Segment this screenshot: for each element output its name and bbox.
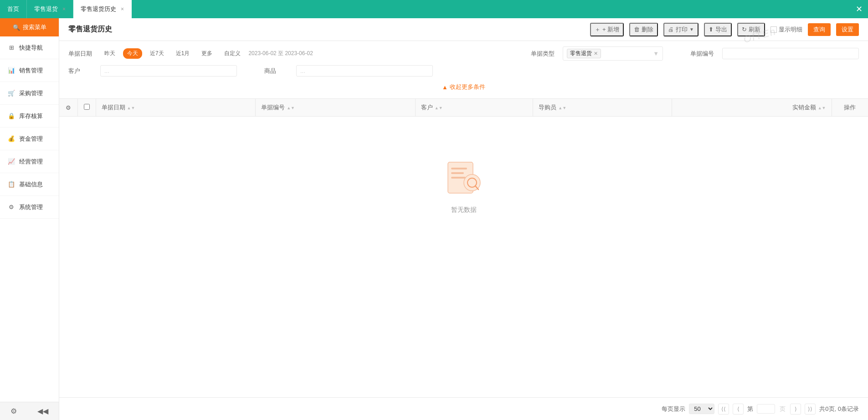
customer-sort-icon: ▲▼ (435, 106, 443, 110)
print-dropdown-icon: ▼ (689, 27, 694, 32)
prev-page-button[interactable]: ⟨ (733, 404, 744, 415)
customer-filter-select[interactable]: ... (100, 65, 237, 77)
collapse-button[interactable]: ▲ 收起更多条件 (442, 81, 485, 93)
filter-row-customer: 客户 ... 商品 ... (68, 65, 859, 77)
page-label: 第 (747, 405, 753, 413)
th-date[interactable]: 单据日期▲▼ (96, 99, 256, 117)
basic-info-label: 基础信息 (19, 180, 43, 189)
last-page-button[interactable]: ⟩⟩ (805, 404, 816, 415)
svg-rect-3 (451, 177, 466, 179)
page-number-input[interactable]: 1 (757, 404, 775, 414)
table-header: ⚙单据日期▲▼单据编号▲▼客户▲▼导购员▲▼实销金额▲▼操作 (59, 99, 868, 117)
th-guide[interactable]: 导购员▲▼ (533, 99, 672, 117)
show-detail-checkbox[interactable] (770, 26, 777, 33)
sidebar-item-operations[interactable]: 📈经营管理 (0, 150, 59, 173)
per-page-label: 每页显示 (662, 405, 685, 413)
per-page-select[interactable]: 102050100 (689, 404, 714, 414)
tab-close-retail-return-history[interactable]: × (121, 6, 124, 12)
th-amount[interactable]: 实销金额▲▼ (672, 99, 832, 117)
inventory-label: 库存核算 (19, 112, 43, 120)
date-btn-自定义[interactable]: 自定义 (220, 48, 245, 59)
content-area: 零售退货历史 ＋ + 新增 🗑 删除 🖨 打印 ▼ ⬆ 导出 (59, 18, 868, 420)
window-close-button[interactable]: ✕ (850, 0, 868, 18)
pagination: 每页显示 102050100 ⟨⟨ ⟨ 第 1 页 ⟩ ⟩⟩ 共0页, 0条记录 (59, 397, 868, 420)
sidebar-item-purchase-mgmt[interactable]: 🛒采购管理 (0, 82, 59, 105)
refresh-icon: ↻ (742, 26, 747, 33)
sidebar: 🔍 搜索菜单 ⊞快捷导航📊销售管理🛒采购管理🔒库存核算💰资金管理📈经营管理📋基础… (0, 18, 59, 420)
data-table: ⚙单据日期▲▼单据编号▲▼客户▲▼导购员▲▼实销金额▲▼操作 (59, 99, 868, 117)
th-customer[interactable]: 客户▲▼ (415, 99, 533, 117)
refresh-button[interactable]: ↻ 刷新 (737, 23, 765, 36)
amount-sort-icon: ▲▼ (818, 106, 826, 110)
svg-rect-1 (451, 168, 467, 169)
sidebar-item-sales-mgmt[interactable]: 📊销售管理 (0, 59, 59, 82)
select-all-checkbox[interactable] (84, 104, 90, 110)
date-btn-近1月[interactable]: 近1月 (172, 48, 194, 59)
tab-close-retail-return[interactable]: × (62, 6, 66, 12)
goods-filter-select[interactable]: ... (296, 65, 433, 77)
th-operation: 操作 (832, 99, 868, 117)
sidebar-nav: ⊞快捷导航📊销售管理🛒采购管理🔒库存核算💰资金管理📈经营管理📋基础信息⚙系统管理 (0, 36, 59, 402)
sidebar-item-basic-info[interactable]: 📋基础信息 (0, 173, 59, 196)
date-btn-近7天[interactable]: 近7天 (146, 48, 168, 59)
finance-label: 资金管理 (19, 135, 43, 143)
date-btn-昨天[interactable]: 昨天 (100, 48, 119, 59)
quick-nav-label: 快捷导航 (19, 44, 43, 52)
sidebar-search-button[interactable]: 🔍 搜索菜单 (0, 18, 59, 36)
date-range-text: 2023-06-02 至 2023-06-02 (248, 50, 313, 57)
add-icon: ＋ (595, 26, 601, 34)
filter-row-date: 单据日期 昨天今天近7天近1月更多自定义2023-06-02 至 2023-06… (68, 46, 859, 61)
sidebar-footer: ⚙ ◀◀ (0, 402, 59, 420)
sidebar-item-system-mgmt[interactable]: ⚙系统管理 (0, 196, 59, 219)
delete-button[interactable]: 🗑 删除 (629, 23, 658, 36)
tab-retail-return-history[interactable]: 零售退货历史 × (73, 0, 132, 18)
collapse-icon: ▲ (442, 84, 448, 91)
th-settings: ⚙ (59, 99, 77, 117)
print-icon: 🖨 (668, 26, 674, 33)
svg-rect-2 (451, 172, 464, 174)
type-tag-close[interactable]: ✕ (594, 51, 598, 56)
table-container: ⚙单据日期▲▼单据编号▲▼客户▲▼导购员▲▼实销金额▲▼操作 暂无数据 (59, 99, 868, 397)
type-filter-select[interactable]: 零售退货 ✕ ▼ (563, 46, 663, 61)
number-sort-icon: ▲▼ (287, 106, 295, 110)
number-filter-input[interactable] (722, 48, 859, 59)
page-title: 零售退货历史 (68, 25, 112, 34)
basic-info-icon: 📋 (7, 180, 15, 189)
goods-filter-label: 商品 (264, 67, 296, 75)
sidebar-item-finance[interactable]: 💰资金管理 (0, 128, 59, 150)
date-btn-更多[interactable]: 更多 (197, 48, 216, 59)
th-number[interactable]: 单据编号▲▼ (256, 99, 416, 117)
purchase-mgmt-label: 采购管理 (19, 89, 43, 97)
tab-home[interactable]: 首页 (0, 0, 27, 18)
show-detail-toggle[interactable]: 显示明细 (770, 26, 802, 34)
th-checkbox (77, 99, 96, 117)
sales-mgmt-label: 销售管理 (19, 67, 43, 75)
total-info: 共0页, 0条记录 (819, 405, 859, 413)
next-page-button[interactable]: ⟩ (790, 404, 801, 415)
customer-filter-placeholder: ... (104, 67, 109, 74)
type-filter-tag: 零售退货 ✕ (567, 49, 601, 58)
sidebar-item-quick-nav[interactable]: ⊞快捷导航 (0, 36, 59, 59)
toolbar: ＋ + 新增 🗑 删除 🖨 打印 ▼ ⬆ 导出 ↻ (590, 23, 859, 36)
export-button[interactable]: ⬆ 导出 (704, 23, 732, 36)
page-unit: 页 (780, 405, 786, 413)
table-settings-icon[interactable]: ⚙ (66, 104, 71, 111)
add-button[interactable]: ＋ + 新增 (590, 23, 624, 36)
settings-button[interactable]: 设置 (836, 23, 859, 36)
sales-mgmt-icon: 📊 (7, 67, 15, 75)
date-btn-今天[interactable]: 今天 (123, 48, 142, 59)
number-filter-label: 单据编号 (690, 50, 722, 58)
system-mgmt-icon: ⚙ (7, 203, 15, 211)
system-mgmt-label: 系统管理 (19, 203, 43, 211)
table-header-row: ⚙单据日期▲▼单据编号▲▼客户▲▼导购员▲▼实销金额▲▼操作 (59, 99, 868, 117)
settings-icon[interactable]: ⚙ (10, 407, 17, 415)
date-filter-label: 单据日期 (68, 50, 100, 58)
query-button[interactable]: 查询 (808, 23, 831, 36)
audio-icon[interactable]: ◀◀ (37, 407, 48, 415)
print-button[interactable]: 🖨 打印 ▼ (663, 23, 699, 36)
first-page-button[interactable]: ⟨⟨ (718, 404, 729, 415)
date-sort-icon: ▲▼ (127, 106, 135, 110)
tab-retail-return[interactable]: 零售退货 × (27, 0, 73, 18)
sidebar-item-inventory[interactable]: 🔒库存核算 (0, 105, 59, 128)
empty-text: 暂无数据 (451, 206, 477, 214)
